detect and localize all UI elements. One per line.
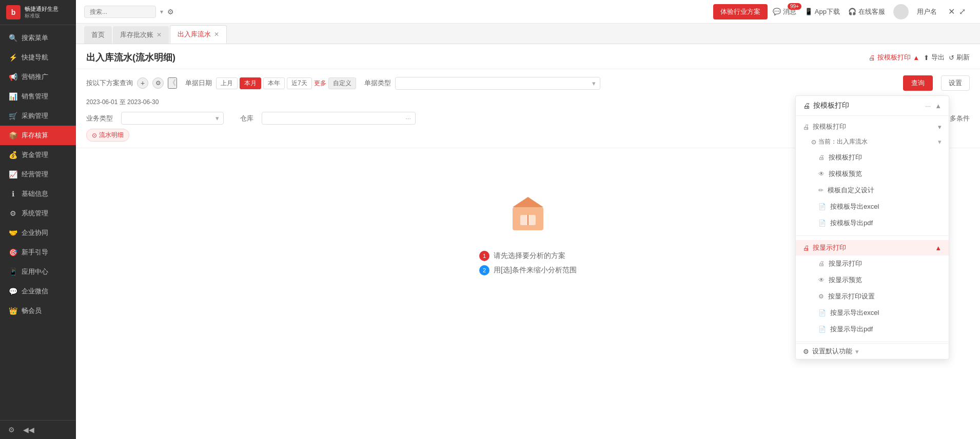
sidebar-item-finance[interactable]: 💰 资金管理 xyxy=(0,145,76,165)
collapse-sidebar-icon[interactable]: ◀◀ xyxy=(23,426,34,434)
header-search-arrow[interactable]: ▾ xyxy=(160,8,163,15)
template-export-pdf-action[interactable]: 📄 按模板导出pdf xyxy=(796,215,949,231)
print-icon: 🖨 xyxy=(869,54,875,62)
sidebar-item-wechat[interactable]: 💬 企业微信 xyxy=(0,282,76,301)
tab-home[interactable]: 首页 xyxy=(84,26,112,44)
date-7days[interactable]: 近7天 xyxy=(287,77,312,89)
display-export-excel-action[interactable]: 📄 按显示导出excel xyxy=(796,305,949,321)
date-more-button[interactable]: 更多 xyxy=(314,79,326,88)
sidebar-item-purchase[interactable]: 🛒 采购管理 xyxy=(0,106,76,126)
sidebar-item-system[interactable]: ⚙ 系统管理 xyxy=(0,204,76,223)
date-this-month[interactable]: 本月 xyxy=(240,77,261,89)
display-print-section-icon: 🖨 xyxy=(803,244,810,252)
empty-step-1: 1 请先选择要分析的方案 xyxy=(479,251,577,261)
display-print-header[interactable]: 🖨 按显示打印 ▲ xyxy=(796,240,949,255)
date-custom-button[interactable]: 自定义 xyxy=(328,77,356,89)
date-filter: 上月 本月 本年 近7天 更多 自定义 xyxy=(216,77,356,89)
top-header: ▾ ⚙ 体验行业方案 💬 消息 99+ 📱 App下载 🎧 在线客服 用户名 ✕… xyxy=(76,0,980,24)
display-pdf-icon: 📄 xyxy=(818,326,826,333)
sidebar-item-apps[interactable]: 📱 应用中心 xyxy=(0,262,76,282)
query-button[interactable]: 查询 xyxy=(903,75,933,91)
print-template-button[interactable]: 🖨 按模板打印 ▲ xyxy=(869,53,919,62)
template-preview-action[interactable]: 👁 按模板预览 xyxy=(796,166,949,182)
quick-nav-icon: ⚡ xyxy=(8,53,17,62)
close-window-button[interactable]: ✕ xyxy=(948,7,955,16)
sidebar: b 畅捷通好生意 标准版 🔍 搜索菜单 ⚡ 快捷导航 📢 营销推广 📊 销售管理… xyxy=(0,0,76,439)
maximize-window-button[interactable]: ⤢ xyxy=(959,7,966,16)
refresh-button[interactable]: ↺ 刷新 xyxy=(949,53,970,62)
sidebar-bottom: ⚙ ◀◀ xyxy=(0,420,76,439)
app-download-action[interactable]: 📱 App下载 xyxy=(805,7,840,16)
sidebar-item-cooperation[interactable]: 🤝 企业协同 xyxy=(0,223,76,243)
display-export-pdf-action[interactable]: 📄 按显示导出pdf xyxy=(796,321,949,337)
set-default-button[interactable]: ⚙ 设置默认功能 ▾ xyxy=(803,347,859,356)
tab-bar: 首页 库存批次账 ✕ 出入库流水 ✕ xyxy=(76,24,980,44)
biz-type-arrow-icon: ▾ xyxy=(215,114,219,122)
export-button[interactable]: ⬆ 导出 xyxy=(924,53,945,62)
filter-collapse-button[interactable]: 《 xyxy=(168,77,177,89)
template-print-header[interactable]: 🖨 按模板打印 ▾ xyxy=(796,119,949,134)
inventory-icon: 📦 xyxy=(8,131,17,140)
template-export-excel-action[interactable]: 📄 按模板导出excel xyxy=(796,198,949,215)
template-print-icon: 🖨 xyxy=(818,154,825,161)
display-print-settings-action[interactable]: ⚙ 按显示打印设置 xyxy=(796,288,949,305)
user-avatar[interactable] xyxy=(893,4,909,19)
dropdown-header: 🖨 按模板打印 ··· ▲ xyxy=(796,96,949,116)
tab-flow[interactable]: 出入库流水 ✕ xyxy=(170,25,227,44)
date-this-year[interactable]: 本年 xyxy=(263,77,285,89)
dropdown-collapse-icon[interactable]: ▲ xyxy=(935,102,942,110)
template-excel-icon: 📄 xyxy=(818,203,826,210)
sidebar-item-members[interactable]: 👑 畅会员 xyxy=(0,301,76,321)
current-template-item: ⊙ 当前：出入库流水 ▾ xyxy=(796,134,949,149)
filter-add-button[interactable]: + xyxy=(137,77,148,89)
display-excel-icon: 📄 xyxy=(818,309,826,316)
sidebar-item-basic[interactable]: ℹ 基础信息 xyxy=(0,184,76,204)
dropdown-more-icon[interactable]: ··· xyxy=(925,102,931,110)
settings-button[interactable]: 设置 xyxy=(941,75,970,91)
active-filter-tag[interactable]: ⊙ 流水明细 xyxy=(86,129,129,142)
trial-button[interactable]: 体验行业方案 xyxy=(713,4,768,19)
tab-batch-close[interactable]: ✕ xyxy=(156,31,162,38)
sidebar-item-marketing[interactable]: 📢 营销推广 xyxy=(0,67,76,87)
search-icon: 🔍 xyxy=(8,33,17,43)
header-search-input[interactable] xyxy=(84,6,156,18)
doc-type-select[interactable]: ▾ xyxy=(395,77,600,90)
sales-icon: 📊 xyxy=(8,92,17,101)
template-design-action[interactable]: ✏ 模板自定义设计 xyxy=(796,182,949,198)
header-left: ▾ ⚙ xyxy=(84,6,708,18)
sidebar-item-operation[interactable]: 📈 经营管理 xyxy=(0,165,76,184)
display-print-action[interactable]: 🖨 按显示打印 xyxy=(796,255,949,272)
display-preview-action[interactable]: 👁 按显示预览 xyxy=(796,272,949,288)
sidebar-item-search[interactable]: 🔍 搜索菜单 xyxy=(0,28,76,48)
finance-icon: 💰 xyxy=(8,150,17,159)
app-download-icon: 📱 xyxy=(805,8,813,15)
window-controls: ✕ ⤢ xyxy=(942,7,972,16)
biz-type-label: 业务类型 xyxy=(86,114,113,123)
sidebar-item-guide[interactable]: 🎯 新手引导 xyxy=(0,243,76,262)
section-separator xyxy=(796,235,949,236)
sidebar-item-sales[interactable]: 📊 销售管理 xyxy=(0,87,76,106)
sidebar-item-inventory[interactable]: 📦 库存核算 xyxy=(0,126,76,145)
message-action[interactable]: 💬 消息 99+ xyxy=(773,7,796,16)
tab-batch[interactable]: 库存批次账 ✕ xyxy=(113,26,169,44)
header-gear-icon[interactable]: ⚙ xyxy=(167,8,174,16)
settings-bottom-icon[interactable]: ⚙ xyxy=(8,426,15,434)
system-icon: ⚙ xyxy=(8,209,17,218)
warehouse-input[interactable]: ··· xyxy=(262,112,416,125)
display-print-section: 🖨 按显示打印 ▲ 🖨 按显示打印 👁 按显示预览 ⚙ 按显示打印设置 xyxy=(796,237,949,341)
display-section-arrow: ▲ xyxy=(935,244,942,252)
dropdown-header-actions: ··· ▲ xyxy=(925,102,942,110)
tab-flow-close[interactable]: ✕ xyxy=(214,31,219,38)
sidebar-item-quick-nav[interactable]: ⚡ 快捷导航 xyxy=(0,48,76,67)
app-name: 畅捷通好生意 xyxy=(25,5,58,12)
filter-setting-button[interactable]: ⚙ xyxy=(152,77,164,89)
biz-type-select[interactable]: ▾ xyxy=(121,112,224,125)
template-print-action[interactable]: 🖨 按模板打印 xyxy=(796,149,949,166)
guide-icon: 🎯 xyxy=(8,248,17,257)
date-last-month[interactable]: 上月 xyxy=(216,77,238,89)
display-settings-icon: ⚙ xyxy=(818,293,824,300)
current-arrow: ▾ xyxy=(938,138,942,146)
online-service-action[interactable]: 🎧 在线客服 xyxy=(848,7,885,16)
page-header: 出入库流水(流水明细) 🖨 按模板打印 ▲ ⬆ 导出 ↺ 刷新 xyxy=(76,44,980,69)
warehouse-label: 仓库 xyxy=(240,114,253,123)
